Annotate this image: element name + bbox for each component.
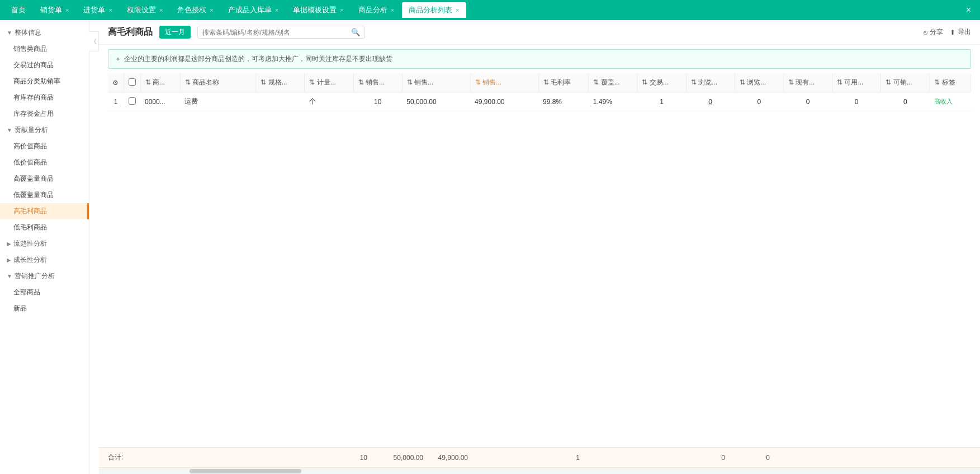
close-icon[interactable]: × xyxy=(275,7,278,13)
nav-sales-order[interactable]: 销货单 × xyxy=(34,2,75,18)
export-button[interactable]: ⬆ 导出 xyxy=(950,27,971,37)
sidebar-section-trend[interactable]: ▶ 流趋性分析 xyxy=(0,236,89,252)
nav-permission-settings[interactable]: 权限设置 × xyxy=(120,2,169,18)
sort-icon: ⇅ xyxy=(740,78,745,86)
search-input[interactable] xyxy=(202,29,349,36)
col-sellable[interactable]: ⇅ 可销... xyxy=(881,73,930,92)
col-sales-amount[interactable]: ⇅ 销售... xyxy=(402,73,470,92)
col-sales-cost[interactable]: ⇅ 销售... xyxy=(470,73,538,92)
collapse-arrow-icon: ▼ xyxy=(7,127,12,133)
col-sales-qty[interactable]: ⇅ 销售... xyxy=(353,73,402,92)
row-num: 1 xyxy=(108,92,124,111)
col-gross-margin[interactable]: ⇅ 毛利率 xyxy=(538,73,589,92)
horizontal-scrollbar[interactable] xyxy=(99,467,980,474)
row-select-checkbox[interactable] xyxy=(129,97,136,105)
row-coverage: 1.49% xyxy=(589,92,637,111)
sidebar-item-category-rate[interactable]: 商品分类助销率 xyxy=(0,73,89,90)
nav-product-inbound[interactable]: 产成品入库单 × xyxy=(221,2,285,18)
close-icon[interactable]: × xyxy=(159,7,163,13)
sidebar-section-overall[interactable]: ▼ 整体信息 xyxy=(0,25,89,41)
content-area: 高毛利商品 近一月 🔍 ⎋ 分享 ⬆ 导出 ✦ 企业的主要的利润都是这部分商品创… xyxy=(99,20,980,474)
nav-purchase-order[interactable]: 进货单 × xyxy=(77,2,119,18)
close-icon[interactable]: × xyxy=(456,7,459,13)
nav-product-analysis[interactable]: 商品分析 × xyxy=(352,2,401,18)
nav-product-analysis-list[interactable]: 商品分析列表 × xyxy=(402,2,466,18)
col-available-stock[interactable]: ⇅ 可用... xyxy=(832,73,881,92)
nav-role-auth[interactable]: 角色授权 × xyxy=(171,2,220,18)
sidebar-item-high-value[interactable]: 高价值商品 xyxy=(0,138,89,154)
sidebar-section-contribution[interactable]: ▼ 贡献量分析 xyxy=(0,122,89,138)
share-button[interactable]: ⎋ 分享 xyxy=(924,27,943,37)
sidebar-section-growth[interactable]: ▶ 成长性分析 xyxy=(0,252,89,268)
collapse-arrow-icon: ▶ xyxy=(7,257,11,263)
page-title: 高毛利商品 xyxy=(108,26,153,38)
col-checkbox[interactable] xyxy=(124,73,140,92)
row-browse1: 0 xyxy=(686,92,735,111)
sort-icon: ⇅ xyxy=(886,78,891,86)
time-filter-button[interactable]: 近一月 xyxy=(159,26,191,39)
close-icon[interactable]: × xyxy=(340,7,343,13)
nav-template-settings[interactable]: 单据模板设置 × xyxy=(286,2,350,18)
col-transaction[interactable]: ⇅ 交易... xyxy=(637,73,686,92)
col-browse1[interactable]: ⇅ 浏览... xyxy=(686,73,735,92)
close-icon[interactable]: × xyxy=(108,7,112,13)
browse1-link[interactable]: 0 xyxy=(708,98,712,106)
col-unit[interactable]: ⇅ 计量... xyxy=(305,73,353,92)
scroll-thumb[interactable] xyxy=(190,469,301,473)
table-wrapper: ⚙ ⇅ 商... ⇅ 商品名称 ⇅ 规格... ⇅ 计量... ⇅ 销售... … xyxy=(99,73,980,447)
nav-home[interactable]: 首页 xyxy=(4,2,32,18)
sidebar-item-low-margin[interactable]: 低毛利商品 xyxy=(0,219,89,236)
info-banner: ✦ 企业的主要的利润都是这部分商品创造的，可考虑加大推广，同时关注库存是不要出现… xyxy=(108,49,971,69)
total-label: 合计: xyxy=(108,453,220,462)
data-table: ⚙ ⇅ 商... ⇅ 商品名称 ⇅ 规格... ⇅ 计量... ⇅ 销售... … xyxy=(108,73,971,111)
sidebar-item-high-coverage[interactable]: 高覆盖量商品 xyxy=(0,171,89,187)
sidebar-item-all-goods[interactable]: 全部商品 xyxy=(0,284,89,301)
sidebar-item-traded-goods[interactable]: 交易过的商品 xyxy=(0,57,89,73)
sort-icon: ⇅ xyxy=(309,78,315,86)
sidebar-item-new-goods[interactable]: 新品 xyxy=(0,301,89,317)
col-current-stock[interactable]: ⇅ 现有... xyxy=(783,73,832,92)
row-sales-amount: 50,000.00 xyxy=(402,92,470,111)
total-sales-amount: 50,000.00 xyxy=(387,454,432,462)
sidebar-section-marketing[interactable]: ▼ 营销推广分析 xyxy=(0,268,89,284)
main-container: ▼ 整体信息 销售类商品 交易过的商品 商品分类助销率 有库存的商品 库存资金占… xyxy=(0,20,980,474)
sort-icon: ⇅ xyxy=(642,78,647,86)
sort-icon: ⇅ xyxy=(261,78,266,86)
sort-icon: ⇅ xyxy=(543,78,549,86)
sidebar-item-sales-goods[interactable]: 销售类商品 xyxy=(0,41,89,57)
col-settings[interactable]: ⚙ xyxy=(108,73,124,92)
close-icon[interactable]: × xyxy=(210,7,213,13)
collapse-arrow-icon: ▼ xyxy=(7,273,12,279)
table-row: 1 0000... 运费 个 10 50,000.00 49,900.00 99… xyxy=(108,92,971,111)
col-spec[interactable]: ⇅ 规格... xyxy=(256,73,305,92)
row-gross-margin: 99.8% xyxy=(538,92,589,111)
sidebar-item-low-value[interactable]: 低价值商品 xyxy=(0,154,89,171)
table-header-row: ⚙ ⇅ 商... ⇅ 商品名称 ⇅ 规格... ⇅ 计量... ⇅ 销售... … xyxy=(108,73,971,92)
sort-icon: ⇅ xyxy=(934,78,940,86)
total-transaction: 1 xyxy=(544,454,589,462)
col-name[interactable]: ⇅ 商品名称 xyxy=(180,73,255,92)
col-browse2[interactable]: ⇅ 浏览... xyxy=(735,73,783,92)
total-sales-cost: 49,900.00 xyxy=(432,454,477,462)
total-sales-qty: 10 xyxy=(332,454,376,462)
col-code[interactable]: ⇅ 商... xyxy=(140,73,180,92)
collapse-arrow-icon: ▶ xyxy=(7,241,11,247)
sidebar-collapse-button[interactable]: 《 xyxy=(89,31,99,51)
sidebar-item-high-margin[interactable]: 高毛利商品 xyxy=(0,203,89,219)
sidebar: ▼ 整体信息 销售类商品 交易过的商品 商品分类助销率 有库存的商品 库存资金占… xyxy=(0,20,89,474)
select-all-checkbox[interactable] xyxy=(129,78,136,86)
search-icon[interactable]: 🔍 xyxy=(351,28,360,36)
close-all-button[interactable]: × xyxy=(962,5,976,15)
sidebar-item-in-stock[interactable]: 有库存的商品 xyxy=(0,90,89,106)
sort-icon: ⇅ xyxy=(593,78,599,86)
sidebar-item-low-coverage[interactable]: 低覆盖量商品 xyxy=(0,187,89,203)
col-coverage[interactable]: ⇅ 覆盖... xyxy=(589,73,637,92)
col-tag[interactable]: ⇅ 标签 xyxy=(930,73,971,92)
close-icon[interactable]: × xyxy=(65,7,69,13)
row-sales-cost: 49,900.00 xyxy=(470,92,538,111)
sidebar-item-stock-capital[interactable]: 库存资金占用 xyxy=(0,106,89,122)
row-checkbox[interactable] xyxy=(124,92,140,111)
close-icon[interactable]: × xyxy=(391,7,394,13)
footer-total: 合计: 10 50,000.00 49,900.00 1 0 0 xyxy=(99,447,980,467)
sort-icon: ⇅ xyxy=(358,78,364,86)
